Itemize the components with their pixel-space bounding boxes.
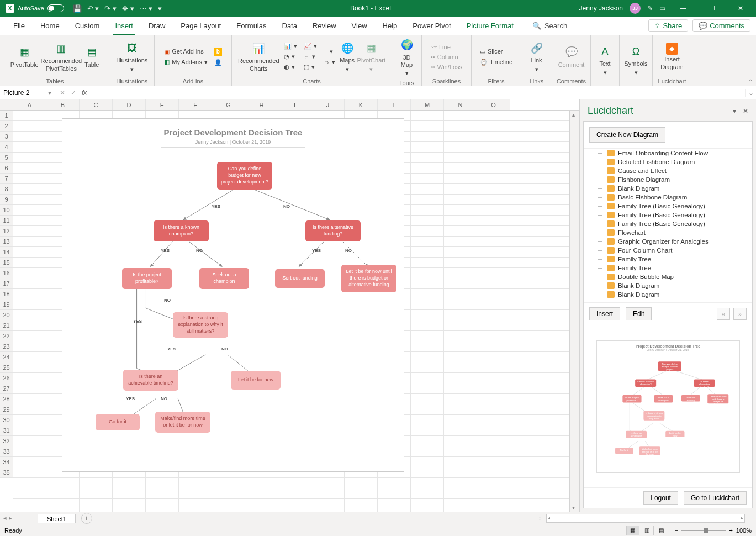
row-header[interactable]: 26 — [0, 373, 13, 383]
search-box[interactable]: 🔍 Search — [532, 22, 567, 30]
scatter-chart-button[interactable]: ∴▾ — [321, 47, 337, 56]
row-header[interactable]: 8 — [0, 184, 13, 195]
zoom-out-button[interactable]: − — [675, 527, 678, 534]
diagram-list-item[interactable]: Family Tree (Basic Genealogy) — [584, 219, 752, 228]
column-header[interactable]: D — [113, 99, 146, 110]
row-header[interactable]: 18 — [0, 289, 13, 299]
row-header[interactable]: 21 — [0, 320, 13, 331]
column-header[interactable]: H — [245, 99, 278, 110]
undo-icon[interactable]: ↶ ▾ — [87, 4, 99, 13]
column-header[interactable]: G — [212, 99, 245, 110]
link-button[interactable]: 🔗Link▾ — [529, 40, 544, 72]
row-header[interactable]: 24 — [0, 352, 13, 362]
row-header[interactable]: 28 — [0, 394, 13, 404]
diagram-list-item[interactable]: Basic Fishbone Diagram — [584, 193, 752, 202]
confirm-formula-icon[interactable]: ✓ — [71, 89, 76, 97]
user-avatar[interactable]: JJ — [630, 3, 641, 14]
sheet-nav-prev-icon[interactable]: ◂ — [3, 514, 7, 522]
waterfall-button[interactable]: ⫐▾ — [321, 57, 337, 67]
table-button[interactable]: ▤Table — [84, 45, 99, 69]
tab-insert[interactable]: Insert — [107, 17, 141, 35]
tab-help[interactable]: Help — [375, 17, 405, 35]
stat-chart-button[interactable]: ⫏▾ — [302, 52, 319, 61]
panel-edit-button[interactable]: Edit — [626, 307, 652, 320]
collapse-ribbon-button[interactable]: ⌃ — [748, 78, 753, 85]
touch-mode-icon[interactable]: ✥ ▾ — [122, 4, 134, 13]
slicer-button[interactable]: ▭Slicer — [478, 47, 515, 56]
sparkline-column-button[interactable]: ▪▪Column — [429, 52, 464, 61]
maximize-button[interactable]: ☐ — [701, 4, 723, 12]
column-header[interactable]: B — [46, 99, 80, 110]
bing-maps-button[interactable]: b — [212, 46, 224, 57]
diagram-list-item[interactable]: Cause and Effect — [584, 166, 752, 175]
panel-close-icon[interactable]: ✕ — [743, 107, 748, 115]
goto-lucidchart-button[interactable]: Go to Lucidchart — [684, 491, 747, 505]
column-header[interactable]: I — [278, 99, 311, 110]
row-header[interactable]: 16 — [0, 268, 13, 278]
row-header[interactable]: 11 — [0, 216, 13, 226]
view-page-break-button[interactable]: ▤ — [655, 526, 668, 535]
view-page-layout-button[interactable]: ▥ — [641, 526, 654, 535]
tab-view[interactable]: View — [344, 17, 375, 35]
horizontal-scrollbar[interactable]: ◂▸ — [546, 514, 745, 523]
diagram-list-item[interactable]: Blank Diagram — [584, 281, 752, 290]
zoom-slider[interactable] — [681, 530, 726, 531]
close-button[interactable]: ✕ — [729, 4, 752, 12]
column-header[interactable]: C — [80, 99, 113, 110]
select-all-corner[interactable] — [0, 99, 13, 110]
row-header[interactable]: 17 — [0, 278, 13, 289]
diagram-list-item[interactable]: Detailed Fishbone Diagram — [584, 157, 752, 166]
insert-lucidchart-button[interactable]: ◆Insert Diagram — [660, 43, 684, 70]
row-header[interactable]: 33 — [0, 446, 13, 457]
zoom-in-button[interactable]: + — [729, 527, 732, 534]
cells-area[interactable]: Project Development Decision Tree Jenny … — [13, 111, 569, 512]
symbols-button[interactable]: ΩSymbols▾ — [624, 44, 647, 76]
name-box[interactable]: Picture 2▾ — [0, 89, 55, 97]
pager-prev-button[interactable]: « — [717, 308, 730, 320]
sheet-tab-1[interactable]: Sheet1 — [38, 514, 76, 523]
qat-dropdown-icon[interactable]: ⋯ ▾ — [140, 4, 153, 13]
row-header[interactable]: 9 — [0, 195, 13, 205]
tab-power-pivot[interactable]: Power Pivot — [405, 17, 458, 35]
embedded-diagram[interactable]: Project Development Decision Tree Jenny … — [62, 118, 404, 472]
row-header[interactable]: 30 — [0, 415, 13, 425]
my-addins-button[interactable]: ◧My Add-ins ▾ — [162, 57, 209, 67]
row-header[interactable]: 20 — [0, 310, 13, 320]
column-header[interactable]: F — [179, 99, 212, 110]
row-header[interactable]: 25 — [0, 362, 13, 373]
row-header[interactable]: 12 — [0, 226, 13, 237]
worksheet-grid[interactable]: ABCDEFGHIJKLMNO 123456789101112131415161… — [0, 99, 579, 512]
new-sheet-button[interactable]: + — [81, 513, 92, 524]
column-header[interactable]: L — [378, 99, 411, 110]
tab-custom[interactable]: Custom — [67, 17, 108, 35]
tab-formulas[interactable]: Formulas — [229, 17, 274, 35]
tab-home[interactable]: Home — [33, 17, 67, 35]
row-header[interactable]: 31 — [0, 425, 13, 436]
diagram-list-item[interactable]: Family Tree — [584, 255, 752, 264]
column-header[interactable]: K — [345, 99, 378, 110]
diagram-list[interactable]: Email Onboarding Content FlowDetailed Fi… — [584, 148, 752, 303]
row-header[interactable]: 5 — [0, 153, 13, 163]
row-header[interactable]: 10 — [0, 205, 13, 216]
diagram-list-item[interactable]: Family Tree (Basic Genealogy) — [584, 202, 752, 211]
column-chart-button[interactable]: 📊▾ — [282, 41, 299, 51]
create-diagram-button[interactable]: Create New Diagram — [589, 127, 665, 143]
view-normal-button[interactable]: ▦ — [626, 526, 639, 535]
text-button[interactable]: AText▾ — [598, 44, 613, 76]
autosave-toggle[interactable]: AutoSave — [18, 4, 64, 12]
hierarchy-chart-button[interactable]: ◔▾ — [282, 52, 299, 61]
row-header[interactable]: 19 — [0, 299, 13, 310]
row-header[interactable]: 1 — [0, 111, 13, 121]
row-header[interactable]: 4 — [0, 142, 13, 153]
pivottable-button[interactable]: ▦PivotTable — [10, 45, 39, 69]
line-chart-button[interactable]: 📈▾ — [302, 41, 319, 51]
coming-soon-icon[interactable]: ✎ — [647, 4, 653, 12]
row-header[interactable]: 35 — [0, 467, 13, 478]
illustrations-button[interactable]: 🖼Illustrations▾ — [117, 40, 148, 72]
sparkline-line-button[interactable]: 〰Line — [429, 43, 464, 51]
row-header[interactable]: 27 — [0, 383, 13, 394]
row-header[interactable]: 14 — [0, 247, 13, 258]
toggle-off-icon[interactable] — [47, 4, 64, 12]
column-header[interactable]: A — [13, 99, 46, 110]
sheet-nav-next-icon[interactable]: ▸ — [9, 514, 12, 522]
